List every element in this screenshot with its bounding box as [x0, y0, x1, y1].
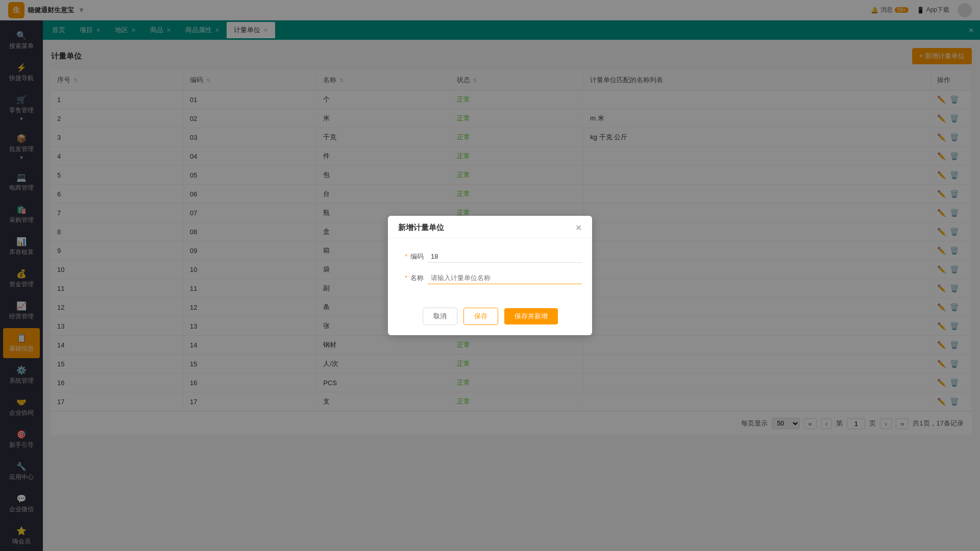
- modal-overlay[interactable]: 新增计量单位 ✕ * 编码 * 名称 取消 保存 保存并新增: [0, 0, 980, 551]
- name-input[interactable]: [428, 272, 582, 284]
- modal-dialog: 新增计量单位 ✕ * 编码 * 名称 取消 保存 保存并新增: [388, 216, 592, 335]
- form-row-code: * 编码: [398, 251, 582, 263]
- code-input[interactable]: [428, 251, 582, 263]
- modal-footer: 取消 保存 保存并新增: [388, 302, 592, 335]
- save-button[interactable]: 保存: [463, 308, 498, 325]
- name-label: * 名称: [398, 273, 424, 283]
- save-and-new-button[interactable]: 保存并新增: [504, 308, 558, 324]
- modal-close-btn[interactable]: ✕: [575, 223, 582, 233]
- form-row-name: * 名称: [398, 272, 582, 284]
- modal-body: * 编码 * 名称: [388, 238, 592, 302]
- code-label: * 编码: [398, 252, 424, 261]
- cancel-button[interactable]: 取消: [423, 308, 457, 325]
- modal-title: 新增计量单位: [398, 223, 444, 233]
- modal-header: 新增计量单位 ✕: [388, 216, 592, 238]
